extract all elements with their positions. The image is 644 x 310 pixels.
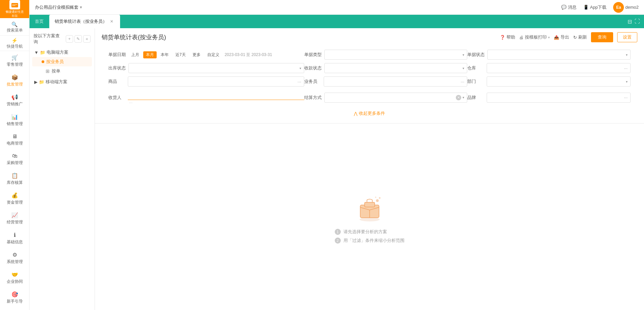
filter-docstatus: 单据状态 ▾: [467, 50, 631, 60]
industry-dropdown-icon[interactable]: ▾: [80, 5, 82, 10]
dept-arrow-icon: ▾: [626, 80, 628, 84]
empty-state: 1 请先选择要分析的方案 2 用「过滤」条件来缩小分析范围: [335, 190, 405, 244]
date-tab-custom[interactable]: 自定义: [205, 51, 222, 58]
print-btn[interactable]: 🖨 按模板打印 ▾: [519, 34, 550, 40]
filter-area: 单据日期 上月 本月 本年 近7天 更多 自定义 2023-03-01 至 20…: [102, 46, 637, 123]
sidebar-item-retail[interactable]: 🛒 零售管理: [0, 51, 29, 71]
filter-date: 单据日期 上月 本月 本年 近7天 更多 自定义 2023-03-01 至 20…: [108, 51, 304, 58]
sidebar-item-operation[interactable]: 📈 经营管理: [0, 209, 29, 228]
outstatus-select[interactable]: ▾: [128, 63, 304, 73]
page-title: 销货单统计表(按业务员): [102, 33, 166, 41]
payment-select[interactable]: ✕ ▾: [324, 93, 468, 103]
tab-expand-icon[interactable]: ⛶: [635, 18, 640, 24]
sidebar-item-ecommerce[interactable]: 🖥 电商管理: [0, 130, 29, 150]
system-icon: ⚙: [12, 252, 17, 258]
sidebar-item-wholesale[interactable]: 📦 批发管理: [0, 71, 29, 91]
svg-rect-5: [365, 202, 375, 207]
phone-icon: 📱: [583, 5, 589, 10]
sidebar-item-finance[interactable]: 💰 资金管理: [0, 189, 29, 209]
sidebar-item-inventory[interactable]: 📋 库存核算: [0, 169, 29, 189]
print-dropdown-icon: ▾: [548, 36, 550, 39]
sidebar-search[interactable]: 🔍 搜索菜单: [0, 18, 29, 36]
operation-icon: 📈: [11, 212, 18, 218]
sidebar-item-sales[interactable]: 📊 销售管理: [0, 110, 29, 130]
finance-label: 资金管理: [7, 200, 23, 205]
tab-sales-stat[interactable]: 销货单统计表（按业务员） ✕: [49, 15, 120, 28]
collapse-panel-btn[interactable]: «: [83, 35, 91, 43]
date-tab-7days[interactable]: 近7天: [173, 51, 189, 58]
goods-input[interactable]: ···: [128, 76, 304, 87]
brand-input[interactable]: ···: [487, 93, 631, 103]
purchase-label: 采购管理: [7, 160, 23, 166]
message-btn[interactable]: 💬 消息: [561, 4, 577, 10]
tab-minimize-icon[interactable]: ⊟: [628, 18, 632, 25]
industry-name: 办公用品行业模拟账套: [35, 4, 78, 10]
pc-group-header[interactable]: ▼ 📁 电脑端方案: [32, 48, 92, 57]
sidebar-quicknav[interactable]: ⚡ 快捷导航: [0, 36, 29, 51]
page-header-top: 销货单统计表(按业务员) ❓ 帮助 🖨 按模板打印 ▾ 📤: [102, 32, 637, 42]
logo-sub: 标版: [12, 14, 18, 18]
tab-home[interactable]: 首页: [30, 15, 49, 28]
tabs-actions: ⊟ ⛶: [624, 15, 644, 28]
warehouse-input[interactable]: ···: [487, 63, 631, 73]
pc-group-label: 电脑端方案: [47, 49, 68, 55]
sidebar-item-purchase[interactable]: 🛍 采购管理: [0, 150, 29, 169]
mobile-group-header[interactable]: ▶ 📁 移动端方案: [32, 77, 92, 87]
filter-goods: 商品 ···: [108, 76, 304, 87]
svg-point-3: [360, 217, 380, 221]
query-button[interactable]: 查询: [591, 32, 613, 42]
marketing-icon: 📢: [11, 94, 18, 100]
retail-label: 零售管理: [7, 62, 23, 67]
ecommerce-icon: 🖥: [12, 134, 17, 140]
message-icon: 💬: [561, 5, 567, 10]
tab-close-icon[interactable]: ✕: [109, 19, 114, 24]
help-btn[interactable]: ❓ 帮助: [500, 34, 515, 40]
add-scheme-btn[interactable]: +: [66, 35, 73, 43]
doctype-control: ▾: [324, 50, 468, 60]
sidebar-item-marketing[interactable]: 📢 营销推广: [0, 91, 29, 110]
date-tab-thisyear[interactable]: 本年: [158, 51, 171, 58]
user-avatar-area[interactable]: Ea demo2: [613, 2, 639, 13]
empty-tips: 1 请先选择要分析的方案 2 用「过滤」条件来缩小分析范围: [335, 229, 405, 244]
sidebar: 畅捷通好生意 标版 🔍 搜索菜单 ⚡ 快捷导航 🛒 零售管理 📦 批发管理 📢 …: [0, 0, 30, 310]
scheme-by-salesperson[interactable]: 按业务员: [32, 57, 92, 66]
dept-select[interactable]: ▾: [487, 76, 631, 87]
export-btn[interactable]: 📤 导出: [554, 34, 569, 40]
filter-consignee: 收货人 ···: [108, 90, 304, 105]
filter-receiptstatus: 收款状态 ▾: [304, 63, 468, 73]
inventory-icon: 📋: [11, 172, 18, 179]
sidebar-item-basic[interactable]: ℹ 基础信息: [0, 228, 29, 248]
docstatus-select[interactable]: ▾: [487, 50, 631, 60]
salesperson-input[interactable]: ···: [324, 76, 468, 87]
salesperson-control: ···: [324, 76, 468, 87]
print-label: 按模板打印: [525, 34, 547, 40]
app-download-btn[interactable]: 📱 App下载: [583, 4, 606, 10]
empty-tip-2: 2 用「过滤」条件来缩小分析范围: [335, 238, 405, 244]
payment-clear-btn[interactable]: ✕: [456, 95, 461, 100]
receiptstatus-select[interactable]: ▾: [324, 63, 468, 73]
goods-dots-icon: ···: [298, 79, 301, 84]
date-tab-thismonth[interactable]: 本月: [143, 51, 157, 58]
consignee-input[interactable]: [128, 90, 304, 100]
newbie-icon: 🎯: [11, 291, 18, 298]
doctype-select[interactable]: ▾: [324, 50, 468, 60]
collapse-filter-btn[interactable]: ⋀ 收起更多条件: [108, 108, 631, 120]
sidebar-item-collab[interactable]: 🤝 企业协同: [0, 268, 29, 288]
docstatus-arrow-icon: ▾: [626, 53, 628, 57]
left-panel-title: 按以下方案查询: [34, 33, 64, 45]
sidebar-item-appcenter[interactable]: 🧩 应用中心: [0, 308, 29, 310]
topbar: 办公用品行业模拟账套 ▾ 💬 消息 📱 App下载 Ea demo2: [30, 0, 644, 15]
sidebar-item-system[interactable]: ⚙ 系统管理: [0, 248, 29, 268]
left-panel-tree: ▼ 📁 电脑端方案 按业务员 ⊞ 按单 ▶: [30, 48, 95, 88]
setting-button[interactable]: 设置: [617, 32, 637, 42]
filter-payment: 结算方式 ✕ ▾: [304, 93, 468, 103]
sales-icon: 📊: [11, 114, 18, 120]
scheme-by-order[interactable]: ⊞ 按单: [32, 66, 92, 76]
date-tab-lastmonth[interactable]: 上月: [128, 51, 142, 58]
filter-row-4: 收货人 ··· 结算方式: [108, 90, 631, 105]
edit-scheme-btn[interactable]: ✎: [74, 35, 82, 43]
sidebar-item-newbie[interactable]: 🎯 新手引导: [0, 288, 29, 308]
svg-point-7: [379, 197, 380, 199]
date-tab-more[interactable]: 更多: [190, 51, 203, 58]
refresh-btn[interactable]: ↻ 刷新: [573, 34, 587, 40]
